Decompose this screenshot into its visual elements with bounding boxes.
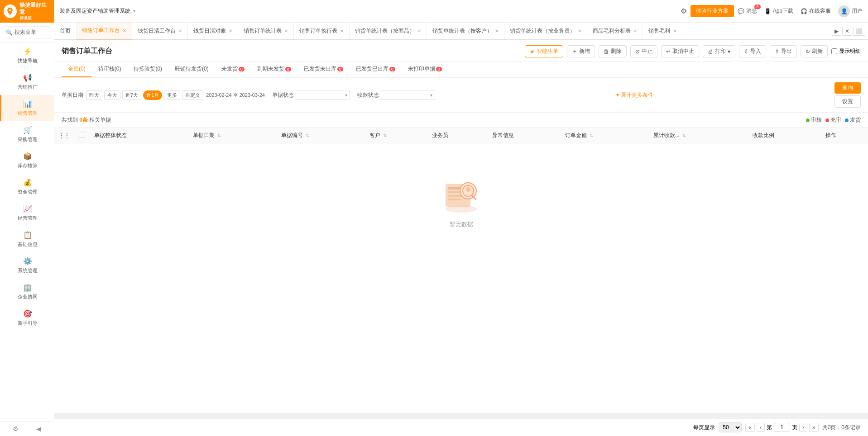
date-btn-1month[interactable]: 近1月 — [143, 90, 162, 100]
col-exception[interactable]: 异常信息 — [488, 128, 561, 143]
tab-cash-reconcile-close[interactable]: ✕ — [229, 28, 232, 33]
stop-button[interactable]: ⊘ 中止 — [630, 45, 657, 57]
next-page-btn[interactable]: › — [799, 423, 807, 432]
tab-cash-reconcile[interactable]: 钱货日清对账 ✕ — [188, 23, 238, 40]
tab-maximize-btn[interactable]: ⬜ — [853, 27, 865, 36]
sidebar-item-operations[interactable]: 📈 经营管理 — [0, 200, 54, 226]
online-service-item[interactable]: 🎧 在线客服 — [801, 7, 831, 15]
tab-sales-stats[interactable]: 销售订单统计表 ✕ — [238, 23, 294, 40]
tab-sales-summary-staff[interactable]: 销货单统计表（按业务员） ✕ — [504, 23, 587, 40]
date-btn-7days[interactable]: 近7天 — [122, 90, 141, 100]
tab-sales-stats-close[interactable]: ✕ — [284, 28, 288, 33]
cancel-stop-button[interactable]: ↩ 取消中止 — [661, 45, 699, 57]
payment-select[interactable] — [381, 90, 435, 100]
show-details-toggle[interactable]: 显示明细 — [831, 47, 861, 55]
filter-tab-shipped-not-in[interactable]: 已发货未出库0 — [297, 62, 350, 77]
tab-sales-workbench[interactable]: 销售订单工作台 ✕ — [77, 23, 132, 40]
col-collected[interactable]: 累计收款... ⇅ — [649, 128, 748, 143]
horizontal-scrollbar[interactable] — [54, 413, 868, 418]
solution-button[interactable]: 体验行业方案 — [691, 5, 734, 17]
date-btn-yesterday[interactable]: 昨天 — [86, 90, 102, 100]
tab-sales-exec[interactable]: 销售订单执行表 ✕ — [294, 23, 350, 40]
tab-cash-daily-close[interactable]: ✕ — [178, 28, 182, 33]
overdue-ship-badge: 0 — [285, 67, 291, 71]
last-page-btn[interactable]: » — [809, 423, 819, 432]
sidebar-item-finance[interactable]: 💰 资金管理 — [0, 174, 54, 200]
sidebar-item-enterprise[interactable]: 🏢 企业协同 — [0, 279, 54, 305]
tab-sales-exec-close[interactable]: ✕ — [340, 28, 344, 33]
filter-tab-overdue-ship[interactable]: 到期未发货0 — [251, 62, 297, 77]
col-number[interactable]: 单据编号 ⇅ — [277, 128, 365, 143]
sidebar-item-marketing[interactable]: 📢 营销推广 — [0, 69, 54, 95]
refresh-button[interactable]: ↻ 刷新 — [801, 45, 828, 57]
date-btn-today[interactable]: 今天 — [104, 90, 120, 100]
export-button[interactable]: ⇪ 导出 — [770, 45, 797, 57]
col-date[interactable]: 单据日期 ⇅ — [188, 128, 277, 143]
tab-sales-summary-client[interactable]: 销货单统计表（按客户） ✕ — [427, 23, 504, 40]
tab-sales-workbench-close[interactable]: ✕ — [123, 28, 126, 33]
table-scroll[interactable]: ⋮⋮ 单据整体状态 单据日期 ⇅ — [54, 128, 868, 413]
filter-tab-all[interactable]: 全部(0) — [62, 62, 92, 77]
prev-page-btn[interactable]: ‹ — [757, 423, 765, 432]
app-download-item[interactable]: 📱 App下载 — [764, 7, 793, 15]
message-item[interactable]: 💬 6 消息 — [738, 7, 757, 15]
sidebar-item-basic[interactable]: 📋 基础信息 — [0, 226, 54, 252]
tab-sales-summary-product-close[interactable]: ✕ — [417, 28, 421, 33]
filter-tab-pending-inspect[interactable]: 待拣验货(0) — [127, 62, 168, 77]
date-btn-custom[interactable]: 自定义 — [182, 90, 203, 100]
settings-button[interactable]: 设置 — [834, 95, 861, 108]
date-btn-more[interactable]: 更多 — [164, 90, 180, 100]
user-item[interactable]: 👤 用户 — [838, 5, 863, 17]
tab-close-all-btn[interactable]: ✕ — [842, 27, 852, 36]
col-staff[interactable]: 业务员 — [427, 128, 488, 143]
sidebar-item-purchase[interactable]: 🛒 采购管理 — [0, 121, 54, 147]
select-all-checkbox[interactable] — [79, 132, 85, 138]
tab-cash-daily[interactable]: 钱货日清工作台 ✕ — [132, 23, 188, 40]
sidebar-item-quick-nav[interactable]: ⚡ 快捷导航 — [0, 43, 54, 69]
tab-sales-summary-staff-close[interactable]: ✕ — [578, 28, 581, 33]
add-button[interactable]: ＋ 新增 — [567, 45, 595, 57]
show-details-checkbox[interactable] — [831, 48, 837, 54]
smart-generate-button[interactable]: ★ 智能生单 — [525, 45, 563, 57]
filter-tab-not-printed[interactable]: 未打印单据0 — [402, 62, 448, 77]
content-area: 销售订单工作台 ★ 智能生单 ＋ 新增 🗑 删除 ⊘ — [54, 40, 868, 436]
sidebar-settings-btn[interactable]: ⚙ — [13, 425, 19, 432]
tab-product-margin-close[interactable]: ✕ — [633, 28, 637, 33]
col-checkbox[interactable] — [74, 128, 90, 143]
col-status[interactable]: 单据整体状态 — [90, 128, 188, 143]
tab-sales-summary-client-close[interactable]: ✕ — [495, 28, 499, 33]
first-page-btn[interactable]: « — [745, 423, 755, 432]
query-button[interactable]: 查询 — [834, 82, 861, 94]
tab-scroll-right-btn[interactable]: ▶ — [832, 27, 841, 36]
col-client[interactable]: 客户 ⇅ — [365, 128, 427, 143]
sidebar-item-guide[interactable]: 🎯 新手引导 — [0, 305, 54, 331]
filter-tab-shipped-in[interactable]: 已发货已出库0 — [350, 62, 402, 77]
sidebar-collapse-btn[interactable]: ◀ — [36, 425, 41, 432]
tab-home[interactable]: 首页 — [54, 23, 77, 40]
tab-product-margin[interactable]: 商品毛利分析表 ✕ — [587, 23, 643, 40]
import-button[interactable]: ⇩ 导入 — [739, 45, 766, 57]
delete-button[interactable]: 🗑 删除 — [599, 45, 627, 57]
cancel-action-btn[interactable]: 充审 — [825, 116, 841, 124]
sidebar-item-sales[interactable]: 📊 销售管理 — [0, 95, 54, 121]
page-size-select[interactable]: 50 100 200 — [719, 422, 742, 432]
sidebar-item-system[interactable]: ⚙️ 系统管理 — [0, 252, 54, 279]
page-title: 销售订单工作台 — [62, 47, 112, 56]
audit-action-btn[interactable]: 审核 — [806, 116, 822, 124]
status-select[interactable] — [296, 90, 350, 100]
expand-conditions-button[interactable]: ▾ 展开更多条件 — [616, 91, 653, 99]
filter-tab-pending-audit[interactable]: 待审核(0) — [92, 62, 128, 77]
ship-action-btn[interactable]: 发货 — [845, 116, 861, 124]
filter-tab-wangpu-pending[interactable]: 旺铺待发货(0) — [168, 62, 215, 77]
sidebar-item-inventory[interactable]: 📦 库存核算 — [0, 147, 54, 174]
print-button[interactable]: 🖨 打印 ▾ — [703, 45, 735, 57]
sidebar-search-button[interactable]: 🔍 搜索菜单 — [3, 26, 51, 38]
tab-sales-gross-close[interactable]: ✕ — [673, 28, 676, 33]
page-number-input[interactable] — [774, 423, 790, 432]
topbar-settings-icon[interactable]: ⚙ — [681, 7, 687, 15]
tab-sales-summary-product[interactable]: 销货单统计表（按商品） ✕ — [350, 23, 427, 40]
filter-tab-not-shipped[interactable]: 未发货0 — [215, 62, 251, 77]
col-amount[interactable]: 订单金额 ⇅ — [561, 128, 649, 143]
add-icon: ＋ — [572, 47, 577, 55]
tab-sales-gross[interactable]: 销售毛利 ✕ — [643, 23, 682, 40]
